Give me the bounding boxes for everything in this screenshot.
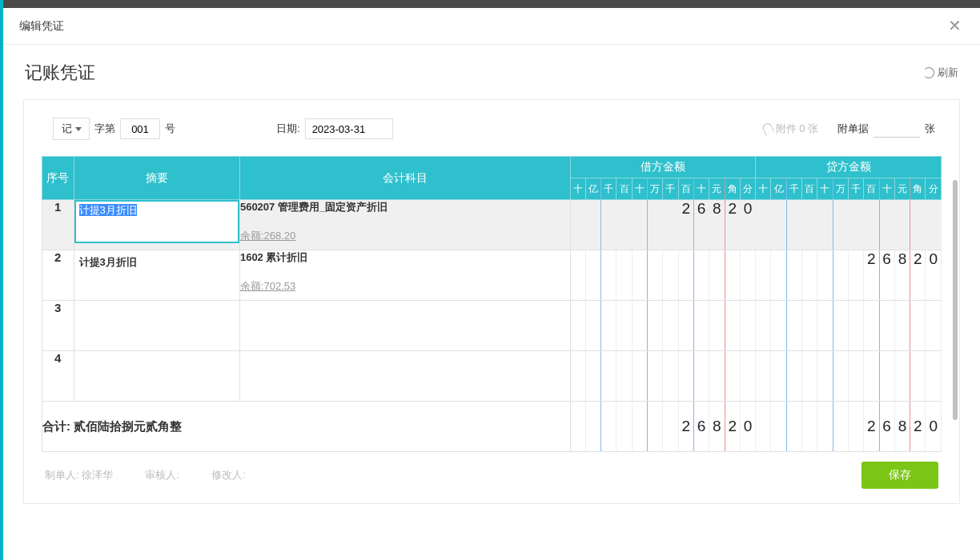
credit-digit-cell[interactable]: 8 <box>894 402 910 452</box>
credit-digit-cell[interactable] <box>833 301 848 351</box>
debit-digit-cell[interactable] <box>693 351 709 402</box>
credit-digit-cell[interactable] <box>833 250 848 301</box>
credit-digit-cell[interactable] <box>786 250 801 301</box>
debit-digit-cell[interactable] <box>678 351 693 402</box>
credit-digit-cell[interactable] <box>786 351 801 402</box>
debit-digit-cell[interactable] <box>709 301 725 351</box>
credit-digit-cell[interactable] <box>771 301 786 351</box>
credit-digit-cell[interactable] <box>771 351 786 402</box>
debit-digit-cell[interactable]: 8 <box>709 402 725 452</box>
credit-digit-cell[interactable] <box>848 301 863 351</box>
debit-digit-cell[interactable] <box>648 200 663 250</box>
debit-digit-cell[interactable] <box>663 402 678 452</box>
debit-digit-cell[interactable]: 2 <box>678 402 693 452</box>
credit-digit-cell[interactable] <box>848 351 863 402</box>
debit-digit-cell[interactable] <box>617 402 632 452</box>
debit-digit-cell[interactable] <box>678 301 693 351</box>
credit-digit-cell[interactable] <box>817 351 833 402</box>
account-cell[interactable]: 560207 管理费用_固定资产折旧 余额:268.20 <box>239 200 570 250</box>
debit-digit-cell[interactable] <box>601 200 617 250</box>
credit-digit-cell[interactable] <box>817 402 833 452</box>
credit-digit-cell[interactable] <box>833 402 848 452</box>
debit-digit-cell[interactable]: 8 <box>709 200 725 250</box>
debit-digit-cell[interactable] <box>648 402 663 452</box>
debit-digit-cell[interactable] <box>632 200 647 250</box>
vertical-scrollbar[interactable] <box>953 180 958 420</box>
debit-digit-cell[interactable] <box>709 351 725 402</box>
credit-digit-cell[interactable] <box>894 200 910 250</box>
debit-digit-cell[interactable]: 6 <box>693 200 709 250</box>
debit-digit-cell[interactable]: 2 <box>725 200 740 250</box>
debit-digit-cell[interactable] <box>648 250 663 301</box>
credit-digit-cell[interactable] <box>833 351 848 402</box>
credit-digit-cell[interactable] <box>771 200 786 250</box>
debit-digit-cell[interactable] <box>678 250 693 301</box>
credit-digit-cell[interactable] <box>817 301 833 351</box>
summary-cell[interactable]: 计提3月折旧 <box>74 200 239 250</box>
credit-digit-cell[interactable] <box>756 402 771 452</box>
credit-digit-cell[interactable] <box>817 200 833 250</box>
credit-digit-cell[interactable] <box>848 250 863 301</box>
credit-digit-cell[interactable] <box>756 200 771 250</box>
credit-digit-cell[interactable] <box>894 351 910 402</box>
debit-digit-cell[interactable] <box>570 402 585 452</box>
debit-digit-cell[interactable] <box>648 351 663 402</box>
debit-digit-cell[interactable] <box>570 301 585 351</box>
debit-digit-cell[interactable] <box>740 351 755 402</box>
debit-digit-cell[interactable]: 2 <box>678 200 693 250</box>
debit-digit-cell[interactable] <box>632 351 647 402</box>
debit-digit-cell[interactable] <box>601 351 617 402</box>
debit-digit-cell[interactable] <box>585 250 600 301</box>
debit-digit-cell[interactable] <box>570 200 585 250</box>
credit-digit-cell[interactable] <box>786 301 801 351</box>
close-icon[interactable]: ✕ <box>945 17 964 36</box>
attnum-input[interactable] <box>874 120 920 138</box>
credit-digit-cell[interactable] <box>848 402 863 452</box>
credit-digit-cell[interactable]: 8 <box>894 250 910 301</box>
credit-digit-cell[interactable] <box>786 200 801 250</box>
debit-digit-cell[interactable] <box>632 250 647 301</box>
voucher-word-select[interactable]: 记 <box>53 118 90 140</box>
credit-digit-cell[interactable] <box>756 351 771 402</box>
debit-digit-cell[interactable] <box>570 250 585 301</box>
credit-digit-cell[interactable]: 0 <box>926 250 942 301</box>
credit-digit-cell[interactable] <box>833 200 848 250</box>
credit-digit-cell[interactable] <box>756 250 771 301</box>
debit-digit-cell[interactable] <box>601 250 617 301</box>
credit-digit-cell[interactable] <box>802 200 817 250</box>
credit-digit-cell[interactable]: 6 <box>879 250 894 301</box>
credit-digit-cell[interactable] <box>926 351 942 402</box>
credit-digit-cell[interactable] <box>802 351 817 402</box>
credit-digit-cell[interactable] <box>771 402 786 452</box>
debit-digit-cell[interactable] <box>693 250 709 301</box>
credit-digit-cell[interactable] <box>802 250 817 301</box>
debit-digit-cell[interactable] <box>663 200 678 250</box>
summary-cell[interactable] <box>74 301 239 351</box>
debit-digit-cell[interactable] <box>585 351 600 402</box>
credit-digit-cell[interactable] <box>864 351 879 402</box>
debit-digit-cell[interactable] <box>617 301 632 351</box>
credit-digit-cell[interactable] <box>910 301 926 351</box>
debit-digit-cell[interactable] <box>617 250 632 301</box>
attachment-link[interactable]: 附件 0 张 <box>763 122 818 136</box>
credit-digit-cell[interactable]: 2 <box>910 250 926 301</box>
refresh-button[interactable]: 刷新 <box>923 66 958 80</box>
debit-digit-cell[interactable] <box>693 301 709 351</box>
debit-digit-cell[interactable] <box>709 250 725 301</box>
credit-digit-cell[interactable] <box>879 200 894 250</box>
debit-digit-cell[interactable]: 2 <box>725 402 740 452</box>
debit-digit-cell[interactable] <box>663 351 678 402</box>
credit-digit-cell[interactable] <box>894 301 910 351</box>
debit-digit-cell[interactable] <box>740 250 755 301</box>
debit-digit-cell[interactable] <box>570 351 585 402</box>
credit-digit-cell[interactable] <box>817 250 833 301</box>
debit-digit-cell[interactable] <box>648 301 663 351</box>
date-input[interactable] <box>305 118 393 139</box>
debit-digit-cell[interactable] <box>585 200 600 250</box>
credit-digit-cell[interactable] <box>879 351 894 402</box>
summary-cell[interactable]: 计提3月折旧 <box>74 250 239 301</box>
credit-digit-cell[interactable] <box>802 301 817 351</box>
debit-digit-cell[interactable] <box>632 301 647 351</box>
credit-digit-cell[interactable] <box>756 301 771 351</box>
credit-digit-cell[interactable] <box>864 200 879 250</box>
